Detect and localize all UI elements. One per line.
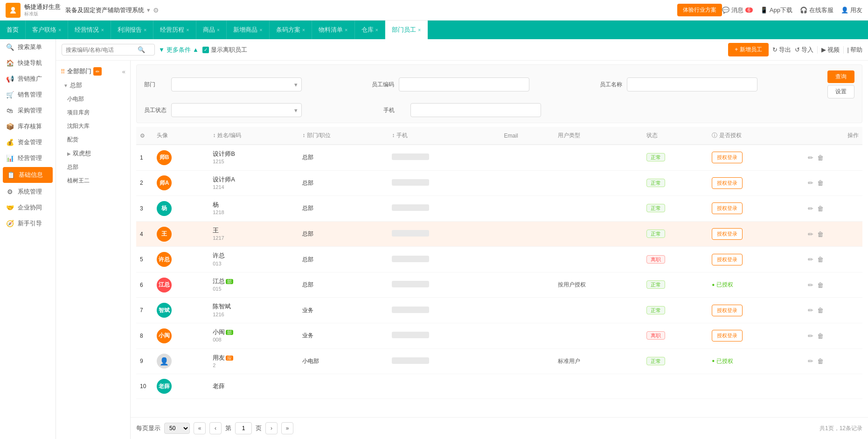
delete-icon[interactable]: 🗑 — [817, 256, 824, 263]
try-industry-button[interactable]: 体验行业方案 — [677, 4, 722, 16]
edit-icon[interactable]: ✏ — [808, 357, 813, 365]
auth-login-button[interactable]: 授权登录 — [712, 305, 743, 316]
more-filter-btn[interactable]: ▼ 更多条件 ▲ — [159, 46, 199, 54]
delete-icon[interactable]: 🗑 — [817, 281, 824, 289]
dept-item-distribution[interactable]: 配货 — [56, 133, 130, 146]
tab-close-icon[interactable]: × — [345, 27, 347, 33]
emp-status-select[interactable]: ▾ — [171, 103, 302, 117]
collapse-tree-icon[interactable]: « — [122, 68, 125, 75]
dept-item-shuanghu[interactable]: ▶ 双虎想 — [56, 146, 130, 160]
emp-code-input[interactable] — [399, 77, 529, 91]
edit-icon[interactable]: ✏ — [808, 332, 813, 340]
tab-warehouse[interactable]: 仓库 × — [355, 21, 385, 39]
edit-icon[interactable]: ✏ — [808, 230, 813, 238]
page-size-select[interactable]: 50 20 100 — [164, 423, 190, 434]
sidebar-item-collab[interactable]: 🤝 企业协同 — [0, 200, 56, 216]
user-avatar[interactable]: 👤 用友 — [841, 6, 862, 14]
dept-filter-select[interactable]: ▾ — [171, 77, 302, 91]
query-button[interactable]: 查询 — [827, 70, 854, 83]
first-page-btn[interactable]: « — [194, 422, 206, 434]
delete-icon[interactable]: 🗑 — [817, 205, 824, 212]
tab-close-icon[interactable]: × — [186, 27, 189, 33]
dropdown-icon[interactable]: ▾ — [147, 7, 150, 14]
edit-icon[interactable]: ✏ — [808, 281, 813, 289]
sidebar-item-marketing[interactable]: 📢 营销推广 — [0, 71, 56, 87]
delete-icon[interactable]: 🗑 — [817, 307, 824, 314]
tab-journey[interactable]: 经营历程 × — [153, 21, 196, 39]
delete-icon[interactable]: 🗑 — [817, 179, 824, 187]
tab-profit[interactable]: 利润报告 × — [111, 21, 153, 39]
col-settings[interactable]: ⚙ — [136, 127, 153, 145]
col-name-code[interactable]: ↕ 姓名/编码 — [209, 127, 299, 145]
auth-login-button[interactable]: 授权登录 — [712, 254, 743, 265]
tab-home[interactable]: 首页 — [0, 21, 26, 39]
delete-icon[interactable]: 🗑 — [817, 357, 824, 365]
sidebar-item-quicknav[interactable]: 🏠 快捷导航 — [0, 55, 56, 71]
col-dept[interactable]: ↕ 部门/职位 — [299, 127, 388, 145]
dept-item-zhishu[interactable]: 植树王二 — [56, 174, 130, 188]
prev-page-btn[interactable]: ‹ — [209, 422, 222, 434]
tab-close-icon[interactable]: × — [217, 27, 220, 33]
edit-icon[interactable]: ✏ — [808, 205, 813, 212]
dept-item-project-storage[interactable]: 项目库房 — [56, 106, 130, 119]
export-btn[interactable]: ↻ 导出 — [772, 46, 791, 54]
tab-operations[interactable]: 经营情况 × — [68, 21, 111, 39]
set-button[interactable]: 设置 — [827, 85, 854, 98]
auth-login-button[interactable]: 授权登录 — [712, 330, 743, 341]
auth-login-button[interactable]: 授权登录 — [712, 177, 743, 189]
tab-close-icon[interactable]: × — [302, 27, 305, 33]
search-box[interactable]: 🔍 — [62, 44, 155, 56]
tab-barcode[interactable]: 条码方案 × — [270, 21, 312, 39]
next-page-btn[interactable]: › — [265, 422, 278, 434]
auth-login-button[interactable]: 授权登录 — [712, 152, 743, 163]
page-number-input[interactable] — [235, 422, 252, 434]
add-employee-button[interactable]: + 新增员工 — [728, 43, 768, 56]
tab-close-icon[interactable]: × — [418, 27, 421, 33]
sidebar-item-purchase[interactable]: 🛍 采购管理 — [0, 103, 56, 118]
emp-name-input[interactable] — [627, 77, 757, 91]
tab-close-icon[interactable]: × — [259, 27, 262, 33]
delete-icon[interactable]: 🗑 — [817, 230, 824, 238]
dept-item-small-elec[interactable]: 小电部 — [56, 92, 130, 106]
sidebar-item-search[interactable]: 🔍 搜索菜单 — [0, 39, 56, 55]
delete-icon[interactable]: 🗑 — [817, 154, 824, 161]
tab-department-staff[interactable]: 部门员工 × — [385, 21, 428, 39]
app-download-btn[interactable]: 📱 App下载 — [760, 6, 792, 14]
sidebar-item-inventory[interactable]: 📦 库存核算 — [0, 118, 56, 134]
settings-icon[interactable]: ⚙ — [153, 7, 159, 14]
help-btn[interactable]: | 帮助 — [847, 46, 862, 54]
video-btn[interactable]: ▶ 视频 — [821, 46, 840, 54]
online-service-btn[interactable]: 🎧 在线客服 — [800, 6, 833, 14]
sidebar-item-sales[interactable]: 🛒 销售管理 — [0, 87, 56, 103]
search-input[interactable] — [66, 47, 136, 53]
phone-input[interactable] — [410, 103, 541, 117]
edit-icon[interactable]: ✏ — [808, 307, 813, 314]
sidebar-item-management[interactable]: 📊 经营管理 — [0, 150, 56, 166]
tab-bom[interactable]: 物料清单 × — [312, 21, 354, 39]
tab-close-icon[interactable]: × — [144, 27, 146, 33]
edit-icon[interactable]: ✏ — [808, 179, 813, 187]
auth-login-button[interactable]: 授权登录 — [712, 202, 743, 214]
show-resigned-toggle[interactable]: ✓ 显示离职员工 — [202, 46, 247, 54]
last-page-btn[interactable]: » — [281, 422, 293, 434]
message-btn[interactable]: 💬 消息 6 — [722, 6, 753, 14]
dept-item-shenyang[interactable]: 沈阳大库 — [56, 119, 130, 133]
tab-close-icon[interactable]: × — [101, 27, 104, 33]
dept-item-general[interactable]: ▼ 总部 — [56, 78, 130, 92]
sidebar-item-finance[interactable]: 💰 资金管理 — [0, 134, 56, 150]
edit-dept-icon[interactable]: ✏ — [93, 67, 102, 76]
col-phone[interactable]: ↕ 手机 — [388, 127, 500, 145]
tab-add-goods[interactable]: 新增商品 × — [227, 21, 269, 39]
sidebar-item-guide[interactable]: 🧭 新手引导 — [0, 216, 56, 231]
delete-icon[interactable]: 🗑 — [817, 332, 824, 340]
dept-item-headquarters[interactable]: 总部 — [56, 160, 130, 174]
tab-customer[interactable]: 客户联络 × — [26, 21, 68, 39]
edit-icon[interactable]: ✏ — [808, 154, 813, 161]
sidebar-item-system[interactable]: ⚙ 系统管理 — [0, 184, 56, 200]
import-btn[interactable]: ↺ 导入 — [795, 46, 813, 54]
search-submit-icon[interactable]: 🔍 — [138, 46, 145, 53]
tab-close-icon[interactable]: × — [58, 27, 61, 33]
edit-icon[interactable]: ✏ — [808, 256, 813, 263]
auth-login-button[interactable]: 授权登录 — [712, 228, 743, 240]
sidebar-item-basic-info[interactable]: 📋 基础信息 — [3, 167, 53, 183]
